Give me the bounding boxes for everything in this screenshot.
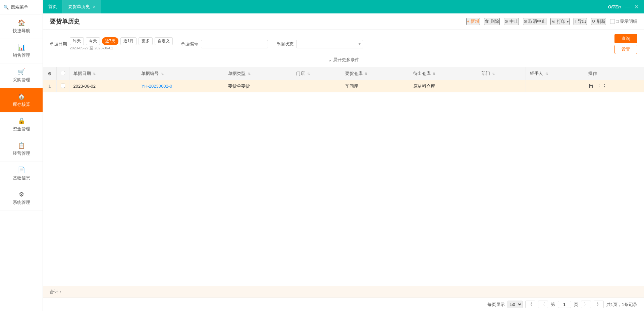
col-store-label: 门店 — [296, 71, 305, 76]
sidebar-item-system[interactable]: ⚙ 系统管理 — [0, 186, 43, 211]
display-detail-toggle[interactable]: □ 显示明细 — [610, 18, 637, 25]
col-pending-warehouse[interactable]: 待出仓库 ⇅ — [409, 67, 477, 80]
tab-home-label: 首页 — [48, 4, 57, 10]
display-detail-checkbox[interactable] — [610, 19, 615, 24]
date-btn-more[interactable]: 更多 — [139, 37, 153, 45]
sidebar-item-label: 基础信息 — [13, 175, 30, 181]
col-handler[interactable]: 经手人 ⇅ — [526, 67, 584, 80]
sidebar-item-label: 采购管理 — [13, 77, 30, 83]
tab-bar: 首页 要货单历史 ✕ — [43, 0, 101, 13]
total-info: 共1页，1条记录 — [606, 302, 637, 308]
query-button[interactable]: 查询 — [614, 34, 637, 43]
toolbar: + 新增 🗑 删除 ⊘ 中止 ⊘ 取消中止 🖨 打印 ▾ ↑ 导出 ↺ 刷新 □… — [466, 18, 637, 25]
cart-icon: 🛒 — [18, 68, 25, 76]
sidebar-item-label: 资金管理 — [13, 126, 30, 132]
doc-number-input[interactable] — [201, 40, 268, 48]
page-size-select[interactable]: 50 — [507, 301, 523, 308]
close-button[interactable]: ✕ — [634, 4, 639, 10]
settings-icon[interactable]: ⚙ — [48, 71, 52, 76]
table-footer: 合计： — [43, 286, 644, 298]
date-btn-custom[interactable]: 自定义 — [155, 37, 173, 45]
page-title: 要货单历史 — [50, 17, 80, 26]
sidebar-item-label: 经营管理 — [13, 150, 30, 157]
sidebar-item-operations[interactable]: 📋 经营管理 — [0, 137, 43, 162]
col-store[interactable]: 门店 ⇅ — [292, 67, 341, 80]
expand-more-conditions[interactable]: ⌄ 展开更多条件 — [50, 57, 637, 63]
sidebar-item-label: 系统管理 — [13, 199, 30, 206]
col-dept[interactable]: 部门 ⇅ — [477, 67, 526, 80]
delete-button[interactable]: 🗑 删除 — [484, 18, 500, 25]
sort-icon: ⇅ — [433, 72, 435, 76]
date-btn-today[interactable]: 今天 — [86, 37, 100, 45]
row-checkbox-cell[interactable] — [56, 80, 69, 92]
sidebar-item-label: 销售管理 — [13, 52, 30, 58]
expand-more-label: 展开更多条件 — [333, 57, 359, 63]
sort-icon: ⇅ — [161, 72, 164, 76]
row-num: 1 — [43, 80, 56, 92]
sidebar: 🔍 搜索菜单 🏠 快捷导航 📊 销售管理 🛒 采购管理 🏠 库存核算 🔒 资金管… — [0, 0, 43, 311]
page-number-input[interactable] — [558, 301, 571, 308]
tab-home[interactable]: 首页 — [43, 0, 63, 13]
tab-history[interactable]: 要货单历史 ✕ — [63, 0, 101, 13]
page-header: 要货单历史 + 新增 🗑 删除 ⊘ 中止 ⊘ 取消中止 🖨 打印 ▾ ↑ 导出 … — [43, 13, 644, 30]
doc-status-select-wrap — [296, 40, 363, 48]
sidebar-item-sales[interactable]: 📊 销售管理 — [0, 39, 43, 63]
gear-icon: ⚙ — [19, 191, 24, 198]
prev-page-button[interactable]: 〈 — [538, 301, 548, 308]
sidebar-item-purchase[interactable]: 🛒 采购管理 — [0, 63, 43, 88]
col-action-label: 操作 — [588, 71, 597, 76]
col-dept-label: 部门 — [481, 71, 490, 76]
sidebar-search-label: 搜索菜单 — [11, 4, 28, 10]
doc-status-select[interactable] — [296, 40, 363, 48]
print-label: 🖨 打印 — [551, 18, 566, 25]
date-btn-last1month[interactable]: 近1月 — [120, 37, 137, 45]
tab-close-icon[interactable]: ✕ — [93, 5, 96, 9]
sort-icon: ⇅ — [365, 72, 367, 76]
next-page-button[interactable]: 〉 — [581, 301, 591, 308]
col-doc-type[interactable]: 单据类型 ⇅ — [224, 67, 292, 80]
doc-date-label: 单据日期 — [50, 41, 67, 47]
topbar: 首页 要货单历史 ✕ OfTEn — ✕ — [43, 0, 644, 13]
print-button[interactable]: 🖨 打印 ▾ — [550, 18, 570, 25]
date-btn-yesterday[interactable]: 昨天 — [70, 37, 84, 45]
row-checkbox[interactable] — [61, 84, 65, 88]
tab-history-label: 要货单历史 — [68, 4, 90, 10]
page-label-go: 第 — [551, 302, 555, 308]
doc-number-link[interactable]: YH-20230602-0 — [141, 84, 172, 89]
sidebar-item-inventory[interactable]: 🏠 库存核算 — [0, 88, 43, 113]
date-btn-last7days[interactable]: 近7天 — [102, 37, 118, 45]
sidebar-item-shortcut[interactable]: 🏠 快捷导航 — [0, 14, 43, 39]
filter-group-date: 单据日期 昨天 今天 近7天 近1月 更多 自定义 2023-05-27 至 2… — [50, 37, 173, 51]
table-row: 1 2023-06-02 YH-20230602-0 要货单要货 车间库 原材料… — [43, 80, 644, 92]
select-all-checkbox[interactable] — [61, 71, 65, 75]
sidebar-search[interactable]: 🔍 搜索菜单 — [0, 0, 43, 14]
export-button[interactable]: ↑ 导出 — [574, 18, 587, 25]
setting-button[interactable]: 设置 — [614, 45, 637, 54]
new-button[interactable]: + 新增 — [466, 18, 480, 25]
total-label: 合计： — [50, 289, 63, 295]
col-req-warehouse-label: 要货仓库 — [345, 71, 363, 76]
col-doc-type-label: 单据类型 — [228, 71, 246, 76]
col-checkbox[interactable] — [56, 67, 69, 80]
cancel-stop-button[interactable]: ⊘ 取消中止 — [523, 18, 547, 25]
topbar-right: OfTEn — ✕ — [608, 4, 644, 10]
cell-doc-type: 要货单要货 — [224, 80, 292, 92]
refresh-button[interactable]: ↺ 刷新 — [591, 18, 606, 25]
row-view-icon[interactable]: 🖹 — [588, 83, 594, 89]
last-page-button[interactable]: 》 — [594, 301, 604, 308]
sidebar-item-basic[interactable]: 📄 基础信息 — [0, 162, 43, 186]
sidebar-item-finance[interactable]: 🔒 资金管理 — [0, 113, 43, 137]
cell-req-warehouse: 车间库 — [341, 80, 409, 92]
stop-button[interactable]: ⊘ 中止 — [504, 18, 519, 25]
row-more-icon[interactable]: ⋮⋮ — [596, 83, 607, 89]
col-doc-date[interactable]: 单据日期 ⇅ — [69, 67, 137, 80]
sort-icon: ⇅ — [545, 72, 548, 76]
display-detail-label: □ 显示明细 — [616, 18, 637, 25]
col-req-warehouse[interactable]: 要货仓库 ⇅ — [341, 67, 409, 80]
col-doc-number[interactable]: 单据编号 ⇅ — [137, 67, 224, 80]
minimize-button[interactable]: — — [625, 4, 630, 10]
first-page-button[interactable]: 《 — [525, 301, 535, 308]
col-settings[interactable]: ⚙ — [43, 67, 56, 80]
inventory-icon: 🏠 — [18, 93, 25, 100]
sort-icon: ⇅ — [93, 72, 96, 76]
